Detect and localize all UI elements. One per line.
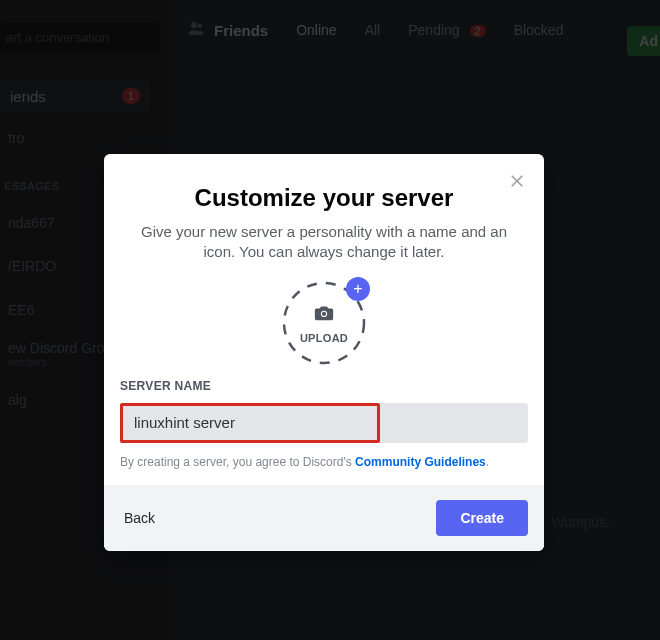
modal-footer: Back Create [104, 485, 544, 551]
plus-icon: + [353, 280, 362, 298]
back-button[interactable]: Back [120, 502, 159, 534]
upload-server-icon[interactable]: UPLOAD + [282, 281, 366, 365]
close-button[interactable] [504, 168, 530, 194]
plus-badge: + [346, 277, 370, 301]
tos-prefix: By creating a server, you agree to Disco… [120, 455, 355, 469]
tos-suffix: . [486, 455, 489, 469]
community-guidelines-link[interactable]: Community Guidelines [355, 455, 486, 469]
close-icon [508, 172, 526, 190]
create-button[interactable]: Create [436, 500, 528, 536]
modal-subtitle: Give your new server a personality with … [134, 222, 514, 263]
tos-text: By creating a server, you agree to Disco… [120, 455, 528, 469]
server-name-input[interactable] [120, 403, 528, 443]
customize-server-modal: Customize your server Give your new serv… [104, 154, 544, 551]
server-name-input-wrap [120, 403, 528, 443]
modal-title: Customize your server [120, 184, 528, 212]
server-name-label: SERVER NAME [120, 379, 528, 393]
